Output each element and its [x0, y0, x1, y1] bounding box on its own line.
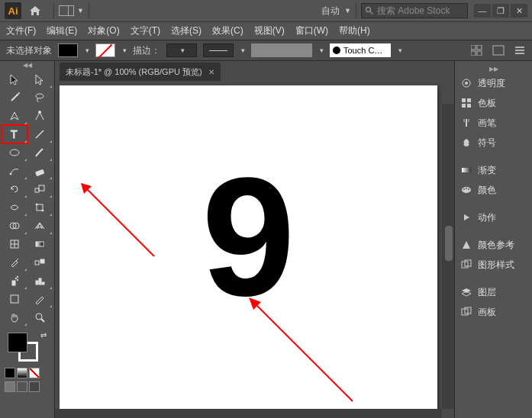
svg-rect-6 [493, 46, 504, 55]
eyedropper-tool[interactable] [2, 253, 27, 272]
curvature-tool[interactable] [27, 107, 53, 125]
menu-edit[interactable]: 编辑(E) [47, 24, 77, 37]
text-object[interactable]: 9 [202, 141, 295, 334]
menu-object[interactable]: 对象(O) [88, 24, 119, 37]
panel-gradient[interactable]: 渐变 [455, 160, 532, 180]
align-icon[interactable] [471, 45, 483, 56]
shaper-tool[interactable] [2, 162, 27, 180]
selection-tool[interactable] [2, 70, 27, 88]
paintbrush-tool[interactable] [27, 143, 53, 162]
search-stock-input[interactable]: 搜索 Adobe Stock [361, 3, 468, 18]
stroke-profile-select[interactable] [203, 43, 234, 57]
blend-tool[interactable] [27, 253, 53, 272]
lasso-tool[interactable] [27, 88, 53, 107]
chevron-down-icon: ▼ [77, 7, 84, 14]
gradient-mode[interactable] [17, 368, 27, 378]
panel-swatches[interactable]: 色板 [455, 93, 532, 113]
svg-point-13 [36, 94, 44, 98]
panel-color[interactable]: 颜色 [455, 180, 532, 200]
panel-graphic-styles[interactable]: 图形样式 [455, 255, 532, 275]
menu-help[interactable]: 帮助(H) [339, 24, 370, 37]
canvas[interactable]: 9 [55, 81, 454, 418]
collapse-handle[interactable]: ◀◀ [0, 61, 54, 69]
shape-builder-tool[interactable] [2, 217, 27, 235]
none-mode[interactable] [29, 368, 40, 378]
svg-point-11 [17, 94, 18, 95]
collapse-handle[interactable]: ▶▶ [455, 66, 532, 73]
mesh-tool[interactable] [2, 235, 27, 253]
svg-point-48 [465, 82, 468, 85]
brush-preset-label: Touch C… [343, 46, 382, 55]
draw-normal[interactable] [5, 381, 15, 392]
menu-view[interactable]: 视图(V) [254, 24, 285, 37]
color-mode[interactable] [5, 368, 15, 378]
slice-tool[interactable] [27, 290, 53, 308]
home-icon[interactable] [29, 5, 41, 16]
svg-point-24 [42, 210, 44, 211]
list-icon[interactable] [514, 45, 526, 56]
horizontal-scrollbar[interactable] [55, 409, 442, 418]
workspace-label[interactable]: 自动 [321, 5, 340, 18]
line-tool[interactable] [27, 125, 53, 143]
fill-stroke-control[interactable]: ⇄ [3, 331, 51, 365]
menu-file[interactable]: 文件(F) [6, 24, 36, 37]
menu-effect[interactable]: 效果(C) [212, 24, 243, 37]
eraser-tool[interactable] [27, 162, 53, 180]
svg-point-0 [366, 8, 371, 12]
brush-preset-select[interactable]: Touch C… [330, 43, 391, 57]
close-button[interactable]: ✕ [511, 4, 527, 18]
direct-selection-tool[interactable] [27, 70, 53, 88]
document-tab[interactable]: 未标题-1* @ 100% (RGB/GPU 预览) ✕ [60, 63, 221, 81]
draw-behind[interactable] [17, 381, 27, 392]
minimize-button[interactable]: — [474, 4, 491, 18]
ellipse-tool[interactable] [2, 143, 27, 162]
svg-rect-5 [477, 51, 482, 56]
panel-layers[interactable]: 图层 [455, 282, 532, 302]
arrange-documents-button[interactable]: ▼ [59, 5, 84, 16]
divider [356, 3, 356, 18]
svg-rect-32 [40, 259, 44, 263]
fill-color[interactable] [8, 333, 27, 352]
draw-inside[interactable] [29, 381, 40, 392]
brush-def-select[interactable] [251, 43, 312, 57]
zoom-tool[interactable] [27, 308, 53, 326]
panel-actions[interactable]: 动作 [455, 207, 532, 227]
menu-select[interactable]: 选择(S) [171, 24, 202, 37]
panel-transparency[interactable]: 透明度 [455, 73, 532, 93]
chevron-down-icon: ▼ [344, 7, 351, 14]
menu-window[interactable]: 窗口(W) [295, 24, 328, 37]
symbol-sprayer-tool[interactable] [2, 272, 27, 290]
column-graph-tool[interactable] [27, 272, 53, 290]
preferences-icon[interactable] [492, 45, 505, 56]
panel-artboards[interactable]: 画板 [455, 302, 532, 322]
panel-brushes[interactable]: 画笔 [455, 113, 532, 133]
stroke-weight-input[interactable]: ▾ [166, 43, 197, 57]
gradient-tool[interactable] [27, 235, 53, 253]
restore-button[interactable]: ❐ [492, 4, 509, 18]
svg-rect-4 [471, 51, 476, 56]
right-panels: ▶▶ 透明度 色板 画笔 符号 渐变 颜色 动作 [454, 61, 532, 418]
magic-wand-tool[interactable] [2, 88, 27, 107]
rotate-tool[interactable] [2, 180, 27, 198]
svg-point-14 [39, 111, 41, 114]
panel-symbols[interactable]: 符号 [455, 133, 532, 153]
type-tool[interactable]: T [2, 125, 27, 143]
pen-tool[interactable] [2, 107, 27, 125]
free-transform-tool[interactable] [27, 198, 53, 217]
scale-tool[interactable] [27, 180, 53, 198]
svg-point-35 [17, 276, 18, 278]
stroke-swatch[interactable] [95, 43, 115, 57]
panel-color-guide[interactable]: 颜色参考 [455, 235, 532, 255]
fill-swatch[interactable] [58, 43, 78, 57]
swap-icon[interactable]: ⇄ [40, 331, 47, 339]
vertical-scrollbar[interactable] [442, 104, 454, 409]
hand-tool[interactable] [2, 308, 27, 326]
close-tab-icon[interactable]: ✕ [208, 68, 214, 76]
artboard: 9 [60, 85, 437, 409]
perspective-grid-tool[interactable] [27, 217, 53, 235]
svg-point-18 [10, 173, 11, 175]
menu-type[interactable]: 文字(T) [131, 24, 160, 37]
svg-rect-38 [39, 278, 41, 285]
artboard-tool[interactable] [2, 290, 27, 308]
width-tool[interactable] [2, 198, 27, 217]
